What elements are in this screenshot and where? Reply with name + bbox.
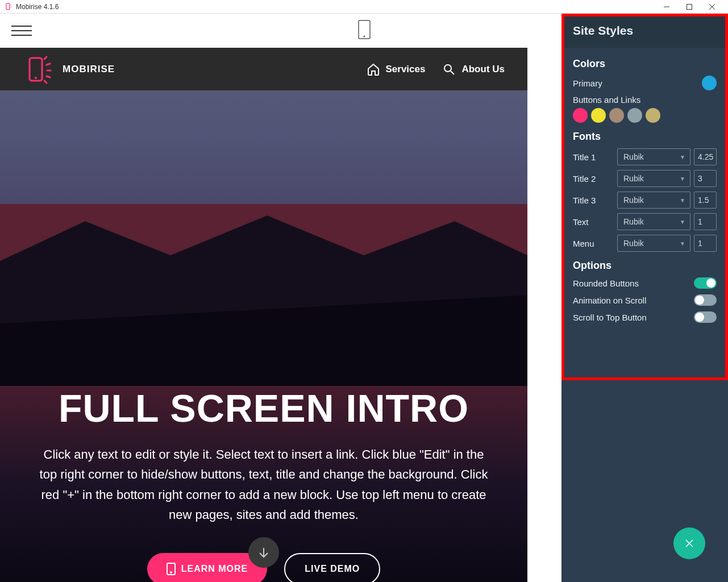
close-button[interactable]	[701, 0, 723, 14]
font-label: Text	[573, 217, 614, 227]
svg-point-9	[363, 36, 365, 38]
search-icon	[442, 63, 456, 76]
hamburger-menu-button[interactable]	[11, 19, 34, 42]
svg-line-18	[451, 71, 454, 74]
svg-point-1	[10, 4, 11, 5]
font-label: Title 1	[573, 152, 614, 162]
fonts-section-title: Fonts	[573, 131, 717, 143]
svg-point-2	[11, 6, 11, 6]
scroll-down-button[interactable]	[248, 537, 279, 568]
primary-color-label: Primary	[573, 78, 602, 88]
site-navbar: MOBIRISE Services About Us	[0, 48, 527, 90]
options-section-title: Options	[573, 260, 717, 272]
font-family-select[interactable]: Rubik▼	[617, 192, 690, 209]
svg-point-3	[10, 7, 11, 7]
font-row: TextRubik▼1	[573, 213, 717, 230]
option-toggle[interactable]	[694, 311, 717, 323]
font-label: Menu	[573, 239, 614, 248]
font-row: Title 3Rubik▼1.5	[573, 192, 717, 209]
svg-rect-0	[6, 3, 10, 10]
svg-point-17	[444, 65, 451, 72]
hero-title[interactable]: FULL SCREEN INTRO	[59, 386, 469, 430]
font-row: MenuRubik▼1	[573, 235, 717, 252]
option-toggle[interactable]	[694, 294, 717, 306]
close-panel-fab[interactable]	[673, 527, 705, 559]
chevron-down-icon: ▼	[680, 240, 685, 247]
chevron-down-icon: ▼	[680, 197, 685, 203]
site-styles-panel: Site Styles Colors Primary Buttons and L…	[561, 14, 728, 582]
font-label: Title 2	[573, 174, 614, 184]
option-toggle[interactable]	[694, 277, 717, 289]
font-family-select[interactable]: Rubik▼	[617, 170, 690, 187]
font-size-input[interactable]: 1	[694, 235, 717, 252]
font-size-input[interactable]: 1	[694, 213, 717, 230]
option-label: Rounded Buttons	[573, 278, 639, 288]
font-size-input[interactable]: 4.25	[694, 148, 717, 165]
chevron-down-icon: ▼	[680, 154, 685, 160]
color-swatch-brown[interactable]	[609, 108, 624, 123]
mobile-preview-button[interactable]	[358, 20, 371, 41]
site-canvas: MOBIRISE Services About Us FULL SCREEN I…	[0, 48, 527, 582]
svg-line-15	[47, 76, 50, 77]
font-size-input[interactable]: 1.5	[694, 192, 717, 209]
font-family-select[interactable]: Rubik▼	[617, 235, 690, 252]
live-demo-button[interactable]: LIVE DEMO	[284, 553, 380, 582]
font-family-select[interactable]: Rubik▼	[617, 213, 690, 230]
font-row: Title 2Rubik▼3	[573, 170, 717, 187]
svg-line-13	[47, 64, 50, 65]
svg-rect-5	[687, 4, 692, 9]
font-row: Title 1Rubik▼4.25	[573, 148, 717, 165]
option-row: Animation on Scroll	[573, 294, 717, 306]
window-titlebar: Mobirise 4.1.6	[0, 0, 728, 14]
mobile-icon	[167, 563, 176, 575]
button-label: LEARN MORE	[181, 564, 248, 574]
color-swatch-pink[interactable]	[573, 108, 588, 123]
app-icon	[5, 3, 13, 11]
option-label: Scroll to Top Button	[573, 313, 647, 322]
arrow-down-icon	[257, 546, 271, 559]
buttons-links-label: Buttons and Links	[573, 95, 717, 105]
font-size-input[interactable]: 3	[694, 170, 717, 187]
brand-name: MOBIRISE	[63, 64, 115, 75]
svg-point-11	[35, 77, 37, 79]
minimize-button[interactable]	[655, 0, 678, 14]
option-row: Scroll to Top Button	[573, 311, 717, 323]
maximize-button[interactable]	[678, 0, 701, 14]
brand-logo[interactable]: MOBIRISE	[23, 53, 115, 85]
color-swatch-gray[interactable]	[627, 108, 642, 123]
chevron-down-icon: ▼	[680, 176, 685, 182]
hero-block: FULL SCREEN INTRO Click any text to edit…	[0, 90, 527, 582]
font-label: Title 3	[573, 196, 614, 205]
panel-title: Site Styles	[561, 14, 728, 48]
primary-color-swatch[interactable]	[702, 76, 717, 90]
option-row: Rounded Buttons	[573, 277, 717, 289]
phone-sun-icon	[23, 53, 55, 85]
chevron-down-icon: ▼	[680, 219, 685, 225]
close-icon	[684, 538, 695, 549]
color-swatch-yellow[interactable]	[591, 108, 606, 123]
home-icon	[367, 63, 380, 76]
option-label: Animation on Scroll	[573, 296, 646, 305]
swatch-row	[573, 108, 717, 123]
hero-text[interactable]: Click any text to edit or style it. Sele…	[31, 444, 497, 525]
nav-link-about[interactable]: About Us	[442, 63, 505, 76]
nav-link-services[interactable]: Services	[367, 63, 426, 76]
font-family-select[interactable]: Rubik▼	[617, 148, 690, 165]
button-label: LIVE DEMO	[305, 564, 360, 574]
nav-link-label: About Us	[461, 64, 505, 75]
svg-line-12	[44, 57, 47, 59]
svg-line-16	[44, 81, 47, 83]
colors-section-title: Colors	[573, 58, 717, 70]
color-swatch-olive[interactable]	[646, 108, 660, 123]
window-title: Mobirise 4.1.6	[16, 3, 59, 11]
nav-link-label: Services	[386, 64, 426, 75]
mountain-background	[0, 204, 527, 386]
svg-point-20	[170, 572, 172, 573]
